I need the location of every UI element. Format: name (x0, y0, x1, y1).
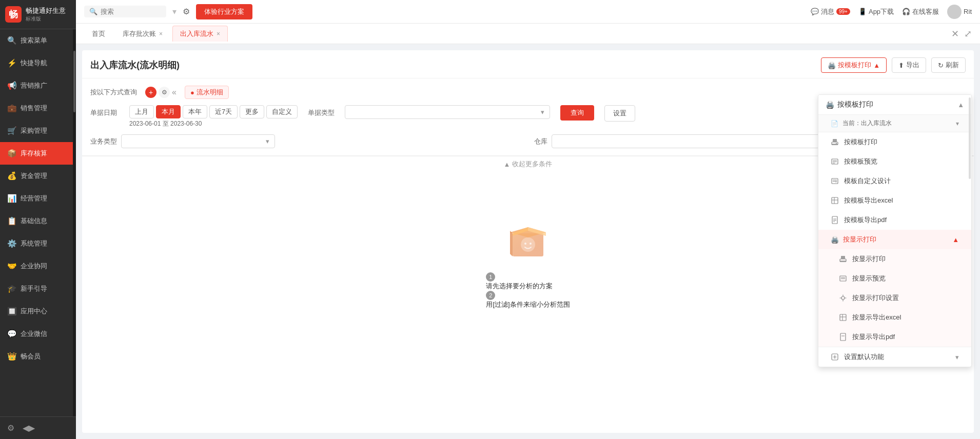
sidebar-item-system[interactable]: ⚙️ 系统管理 (0, 232, 73, 255)
close-tab-icon[interactable]: ✕ (951, 28, 959, 39)
topbar-search-input[interactable] (101, 8, 152, 15)
sidebar: 畅 畅捷通好生意 标准版 🔍 搜索菜单 ⚡ 快捷导航 📢 营销推广 (0, 0, 76, 439)
filter-add-button[interactable]: + (145, 87, 156, 98)
expand-tab-icon[interactable]: ⤢ (964, 28, 972, 39)
business-type-arrow: ▾ (266, 137, 269, 145)
inventory-icon: 📦 (7, 149, 16, 158)
filter-gear-button[interactable]: ⚙ (159, 87, 170, 98)
footer-arrow[interactable]: ▾ (955, 353, 959, 361)
message-button[interactable]: 💬 消息 99+ (811, 7, 850, 16)
sidebar-item-operations[interactable]: 📊 经营管理 (0, 187, 73, 210)
topbar-search-box[interactable]: 🔍 (84, 6, 166, 17)
dropdown-item-display-pdf[interactable]: 按显示导出pdf (818, 327, 971, 347)
business-type-label: 业务类型 (90, 137, 117, 146)
display-section-arrow[interactable]: ▲ (952, 236, 959, 244)
brand-text: 畅捷通好生意 标准版 (26, 6, 66, 23)
collapse-up-icon: ▲ (504, 161, 511, 168)
sidebar-item-basic[interactable]: 📋 基础信息 (0, 210, 73, 232)
sales-icon: 💼 (7, 104, 16, 113)
sidebar-item-sales[interactable]: 💼 销售管理 (0, 97, 73, 119)
doc-type-arrow: ▾ (541, 108, 544, 116)
tab-flow-close-btn[interactable]: × (217, 30, 220, 37)
filter-tag-icon: ● (190, 89, 194, 96)
user-avatar (947, 5, 962, 19)
sidebar-item-shortcut[interactable]: ⚡ 快捷导航 (0, 52, 73, 74)
dropdown-item-display-settings[interactable]: 按显示打印设置 (818, 288, 971, 308)
message-icon: 💬 (811, 8, 819, 15)
sidebar-item-inventory[interactable]: 📦 库存核算 (0, 142, 73, 165)
sidebar-bottom: ⚙ ◀▶ (0, 416, 76, 439)
date-last7-btn[interactable]: 近7天 (209, 105, 238, 118)
date-current-month-btn[interactable]: 本月 (156, 105, 181, 118)
dropdown-item-display-excel[interactable]: 按显示导出excel (818, 308, 971, 327)
date-more-btn[interactable]: 更多 (240, 105, 264, 118)
sidebar-item-marketing[interactable]: 📢 营销推广 (0, 74, 73, 97)
excel-icon (831, 196, 839, 205)
sidebar-item-apps[interactable]: 🔲 应用中心 (0, 300, 73, 323)
app-download-button[interactable]: 📱 App下载 (858, 7, 894, 16)
dropdown-item-template-design[interactable]: 模板自定义设计 (818, 171, 971, 191)
topbar-dropdown-arrow[interactable]: ▾ (172, 7, 177, 16)
filter-toolbar: + ⚙ « (145, 87, 177, 98)
display-preview-icon (839, 274, 847, 283)
business-type-select[interactable]: ▾ (121, 134, 275, 148)
member-icon: 👑 (7, 352, 16, 361)
display-section-title: 🖨️ 按显示打印 (831, 235, 876, 244)
user-avatar-area[interactable]: Rit (947, 5, 972, 19)
print-button[interactable]: 🖨️ 按模板打印 ▲ (821, 57, 887, 73)
topbar-gear-icon[interactable]: ⚙ (183, 7, 190, 16)
tab-home[interactable]: 首页 (84, 26, 113, 42)
doc-type-select[interactable]: ▾ (345, 105, 550, 119)
dropdown-header-arrow[interactable]: ▲ (957, 101, 964, 109)
dropdown-scrollbar[interactable] (968, 95, 971, 367)
sidebar-item-wechat[interactable]: 💬 企业微信 (0, 323, 73, 345)
empty-tips: 1 请先选择要分析的方案 2 用[过滤]条件来缩小分析范围 (486, 272, 570, 309)
preview-icon (831, 157, 839, 166)
tab-flow[interactable]: 出入库流水 × (172, 26, 228, 42)
tab-batch-account[interactable]: 库存批次账 × (115, 26, 170, 42)
dropdown-header: 🖨️ 按模板打印 ▲ (818, 95, 971, 115)
export-button[interactable]: ⬆ 导出 (892, 57, 926, 73)
tab-batch-close-btn[interactable]: × (159, 30, 163, 37)
filter-tag-detail[interactable]: ● 流水明细 (185, 86, 229, 99)
sidebar-item-guide[interactable]: 🎓 新手引导 (0, 277, 73, 300)
sidebar-item-purchase[interactable]: 🛒 采购管理 (0, 119, 73, 142)
display-print-icon: 🖨️ (831, 236, 839, 244)
date-current-year-btn[interactable]: 本年 (183, 105, 207, 118)
dropdown-footer[interactable]: 设置默认功能 ▾ (818, 347, 971, 367)
page-header: 出入库流水(流水明细) 🖨️ 按模板打印 ▲ ⬆ 导出 ↻ (82, 50, 974, 78)
collapse-sidebar-icon[interactable]: ◀▶ (23, 423, 35, 433)
dropdown-item-template-excel[interactable]: 按模板导出excel (818, 191, 971, 210)
sidebar-item-member[interactable]: 👑 畅会员 (0, 345, 73, 368)
sidebar-scroll-thumb[interactable] (73, 51, 75, 112)
svg-point-3 (530, 243, 532, 245)
industry-solution-button[interactable]: 体验行业方案 (196, 4, 252, 19)
dropdown-scroll-thumb[interactable] (969, 97, 971, 179)
dropdown-item-template-print[interactable]: 按模板打印 (818, 132, 971, 152)
settings-button[interactable]: 设置 (604, 105, 635, 122)
dropdown-item-display-preview[interactable]: 按显示预览 (818, 269, 971, 288)
filter-collapse-button[interactable]: « (172, 88, 177, 97)
default-func-icon (831, 353, 839, 361)
template-arrow[interactable]: ▾ (956, 120, 959, 127)
query-button[interactable]: 查询 (560, 105, 594, 121)
collapse-conditions-btn[interactable]: ▲ 收起更多条件 (504, 159, 553, 169)
settings-icon[interactable]: ⚙ (7, 423, 14, 433)
date-custom-btn[interactable]: 自定义 (266, 105, 298, 118)
dropdown-item-display-print[interactable]: 按显示打印 (818, 249, 971, 269)
print-icon (831, 138, 839, 146)
brand-icon: 畅 (5, 6, 22, 23)
dropdown-display-section-header[interactable]: 🖨️ 按显示打印 ▲ (818, 230, 971, 249)
dropdown-item-template-pdf[interactable]: 按模板导出pdf (818, 210, 971, 230)
empty-tip-2: 2 用[过滤]条件来缩小分析范围 (486, 291, 570, 309)
main-area: 🔍 ▾ ⚙ 体验行业方案 💬 消息 99+ 📱 App下载 🎧 在 (76, 0, 980, 439)
sidebar-item-finance[interactable]: 💰 资金管理 (0, 165, 73, 187)
sidebar-item-collab[interactable]: 🤝 企业协同 (0, 255, 73, 277)
refresh-button[interactable]: ↻ 刷新 (931, 57, 966, 73)
refresh-icon: ↻ (938, 62, 944, 69)
date-prev-month-btn[interactable]: 上月 (129, 105, 154, 118)
online-service-button[interactable]: 🎧 在线客服 (902, 7, 939, 16)
sidebar-item-search[interactable]: 🔍 搜索菜单 (0, 29, 73, 52)
dropdown-item-template-preview[interactable]: 按模板预览 (818, 152, 971, 171)
filter-label: 按以下方式查询 (90, 88, 137, 97)
